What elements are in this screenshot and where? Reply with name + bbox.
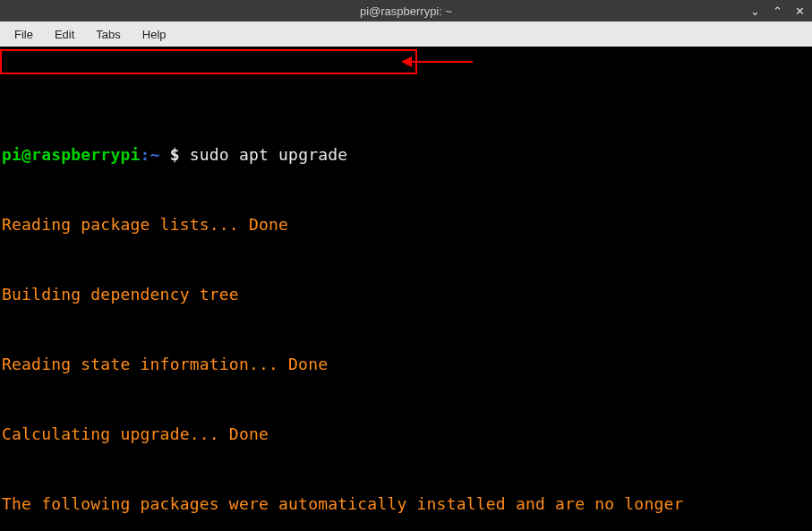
menu-help[interactable]: Help: [133, 24, 175, 45]
terminal-area[interactable]: pi@raspberrypi:~ $ sudo apt upgrade Read…: [0, 47, 812, 531]
close-icon[interactable]: ✕: [795, 5, 805, 17]
window-controls: ⌄ ⌃ ✕: [750, 5, 805, 17]
annotation-box: [0, 49, 417, 74]
titlebar: pi@raspberrypi: ~ ⌄ ⌃ ✕: [0, 0, 812, 21]
prompt-line-1: pi@raspberrypi:~ $ sudo apt upgrade: [2, 143, 810, 167]
prompt-userhost: pi@raspberrypi: [2, 145, 141, 164]
prompt-colon: :: [141, 145, 150, 164]
output-line: Reading state information... Done: [2, 353, 810, 376]
menu-tabs[interactable]: Tabs: [87, 24, 129, 45]
command-text: sudo apt upgrade: [190, 145, 348, 164]
output-line: Reading package lists... Done: [2, 213, 810, 236]
minimize-icon[interactable]: ⌄: [750, 5, 760, 17]
window-title: pi@raspberrypi: ~: [360, 4, 452, 18]
maximize-icon[interactable]: ⌃: [773, 5, 782, 17]
menu-edit[interactable]: Edit: [46, 24, 83, 45]
output-line: The following packages were automaticall…: [2, 492, 810, 516]
output-line: Building dependency tree: [2, 283, 810, 306]
output-line: Calculating upgrade... Done: [2, 423, 810, 446]
menu-file[interactable]: File: [5, 24, 42, 45]
annotation-arrow: [401, 59, 473, 64]
prompt-path: ~: [150, 145, 160, 164]
prompt-dollar: $: [160, 145, 190, 164]
menubar: File Edit Tabs Help: [0, 21, 812, 47]
